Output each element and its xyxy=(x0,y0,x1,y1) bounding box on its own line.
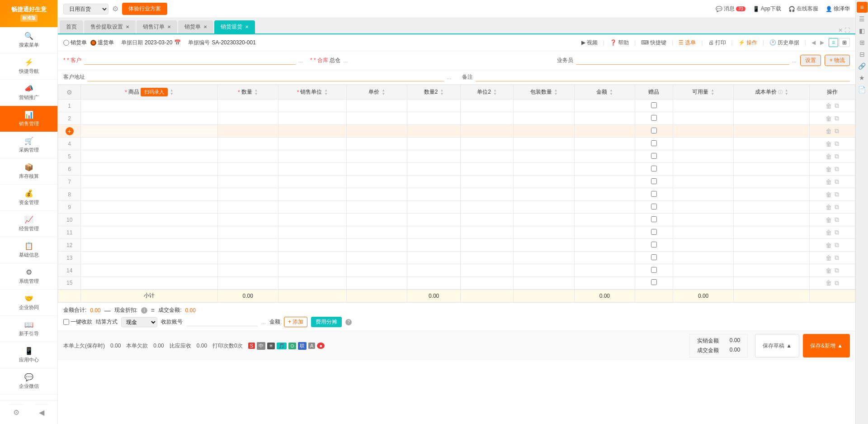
copy-icon-9[interactable]: ⧉ xyxy=(835,203,839,211)
cell-available-4[interactable] xyxy=(673,138,733,150)
cell-qty2-13[interactable] xyxy=(407,252,461,264)
cell-amount-6[interactable] xyxy=(574,163,635,176)
gift-checkbox-15[interactable] xyxy=(651,279,657,285)
gift-checkbox-8[interactable] xyxy=(651,191,657,197)
delete-icon-6[interactable]: 🗑 xyxy=(826,166,832,173)
cell-available-5[interactable] xyxy=(673,150,733,163)
cell-qty-11[interactable] xyxy=(217,226,278,239)
cell-goods-3[interactable] xyxy=(81,125,217,138)
cell-cost-11[interactable] xyxy=(734,226,810,239)
cell-price-3[interactable] xyxy=(347,125,407,138)
service-btn[interactable]: 🎧 在线客服 xyxy=(788,5,818,13)
cell-unit2-4[interactable] xyxy=(460,138,514,150)
copy-icon-3[interactable]: ⧉ xyxy=(835,127,839,135)
delete-icon-10[interactable]: 🗑 xyxy=(826,216,832,224)
price-sort[interactable]: ▲▼ xyxy=(382,89,385,96)
cell-pkg-13[interactable] xyxy=(514,252,574,264)
cell-pkg-14[interactable] xyxy=(514,264,574,277)
discount-info-icon[interactable]: i xyxy=(141,307,147,314)
panel-icon-6[interactable]: 🔗 xyxy=(857,61,868,71)
cell-amount-3[interactable] xyxy=(574,125,635,138)
cell-goods-7[interactable] xyxy=(81,176,217,188)
settings-icon[interactable]: ⚙ xyxy=(9,404,23,420)
cell-pkg-4[interactable] xyxy=(514,138,574,150)
cell-amount-7[interactable] xyxy=(574,176,635,188)
cell-available-2[interactable] xyxy=(673,112,733,125)
address-select-icon[interactable]: ... xyxy=(447,74,451,81)
cell-cost-8[interactable] xyxy=(734,188,810,201)
cell-qty-6[interactable] xyxy=(217,163,278,176)
cell-available-14[interactable] xyxy=(673,264,733,277)
cell-pkg-9[interactable] xyxy=(514,201,574,214)
cell-qty2-8[interactable] xyxy=(407,188,461,201)
cell-unit2-9[interactable] xyxy=(460,201,514,214)
grid-view-btn[interactable]: ⊞ xyxy=(839,38,850,47)
cell-unit2-15[interactable] xyxy=(460,277,514,290)
cell-qty2-14[interactable] xyxy=(407,264,461,277)
cell-unit-14[interactable] xyxy=(278,264,346,277)
cell-unit2-11[interactable] xyxy=(460,226,514,239)
cell-qty-2[interactable] xyxy=(217,112,278,125)
delete-icon-1[interactable]: 🗑 xyxy=(826,102,832,110)
copy-icon-10[interactable]: ⧉ xyxy=(835,216,839,224)
cell-qty2-10[interactable] xyxy=(407,214,461,226)
icon-link[interactable]: 联 xyxy=(298,342,307,350)
cell-unit-5[interactable] xyxy=(278,150,346,163)
gift-checkbox-10[interactable] xyxy=(651,216,657,222)
set-btn[interactable]: 设置 xyxy=(800,55,821,66)
cell-available-1[interactable] xyxy=(673,100,733,112)
sidebar-item-search-menu[interactable]: 🔍 搜索菜单 xyxy=(0,27,57,53)
collapse-icon[interactable]: ◀ xyxy=(35,404,48,420)
cell-price-15[interactable] xyxy=(347,277,407,290)
cell-qty-12[interactable] xyxy=(217,239,278,252)
cell-unit2-2[interactable] xyxy=(460,112,514,125)
copy-icon-11[interactable]: ⧉ xyxy=(835,229,839,236)
cell-unit-8[interactable] xyxy=(278,188,346,201)
sidebar-item-marketing[interactable]: 📣 营销推广 xyxy=(0,80,57,106)
cell-available-6[interactable] xyxy=(673,163,733,176)
gift-checkbox-7[interactable] xyxy=(651,178,657,184)
panel-icon-5[interactable]: ⊟ xyxy=(857,49,868,60)
cell-unit-11[interactable] xyxy=(278,226,346,239)
cell-qty-5[interactable] xyxy=(217,150,278,163)
cell-unit-15[interactable] xyxy=(278,277,346,290)
sidebar-item-cooperation[interactable]: 🤝 企业协同 xyxy=(0,290,57,316)
cell-pkg-5[interactable] xyxy=(514,150,574,163)
sidebar-item-inventory[interactable]: 📦 库存核算 xyxy=(0,158,57,185)
topbar-gear-icon[interactable]: ⚙ xyxy=(112,5,118,13)
cell-unit2-5[interactable] xyxy=(460,150,514,163)
cell-qty2-11[interactable] xyxy=(407,226,461,239)
cell-available-12[interactable] xyxy=(673,239,733,252)
cell-available-3[interactable] xyxy=(673,125,733,138)
cell-pkg-7[interactable] xyxy=(514,176,574,188)
cell-cost-12[interactable] xyxy=(734,239,810,252)
gift-checkbox-5[interactable] xyxy=(651,153,657,159)
cell-goods-4[interactable] xyxy=(81,138,217,150)
tab-3[interactable]: 销货单✕ xyxy=(178,20,213,33)
cell-unit-3[interactable] xyxy=(278,125,346,138)
list-view-btn[interactable]: ≡ xyxy=(829,38,838,47)
cell-amount-4[interactable] xyxy=(574,138,635,150)
copy-icon-13[interactable]: ⧉ xyxy=(835,254,839,262)
tab-close-4[interactable]: ✕ xyxy=(245,24,249,29)
cell-gift-12[interactable] xyxy=(635,239,673,252)
cell-gift-9[interactable] xyxy=(635,201,673,214)
cell-gift-15[interactable] xyxy=(635,277,673,290)
gift-checkbox-6[interactable] xyxy=(651,166,657,172)
cell-unit-12[interactable] xyxy=(278,239,346,252)
cell-price-13[interactable] xyxy=(347,252,407,264)
experience-btn[interactable]: 体验行业方案 xyxy=(122,3,167,15)
available-sort[interactable]: ▲▼ xyxy=(711,89,714,96)
cell-available-15[interactable] xyxy=(673,277,733,290)
cell-amount-5[interactable] xyxy=(574,150,635,163)
sale-radio[interactable] xyxy=(63,40,69,46)
cell-price-12[interactable] xyxy=(347,239,407,252)
account-dots[interactable]: ... xyxy=(261,319,266,325)
cell-amount-8[interactable] xyxy=(574,188,635,201)
cell-available-11[interactable] xyxy=(673,226,733,239)
cell-cost-7[interactable] xyxy=(734,176,810,188)
cell-pkg-10[interactable] xyxy=(514,214,574,226)
cell-amount-12[interactable] xyxy=(574,239,635,252)
cell-amount-13[interactable] xyxy=(574,252,635,264)
gift-checkbox-3[interactable] xyxy=(651,128,657,133)
